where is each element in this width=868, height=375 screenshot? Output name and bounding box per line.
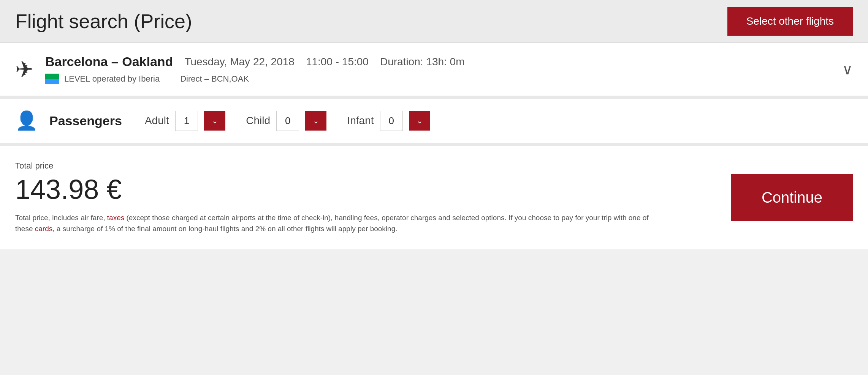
page-header: Flight search (Price) Select other fligh… bbox=[0, 0, 868, 43]
adult-group: Adult 1 ⌄ bbox=[145, 111, 225, 131]
flight-expand-chevron[interactable]: ∨ bbox=[842, 61, 853, 78]
child-dropdown-button[interactable]: ⌄ bbox=[305, 111, 326, 131]
flight-left: ✈ Barcelona – Oakland Tuesday, May 22, 2… bbox=[15, 54, 465, 84]
disclaimer-part3: , a surcharge of 1% of the final amount … bbox=[52, 225, 397, 233]
total-price-label: Total price bbox=[15, 161, 716, 171]
flight-info-section: ✈ Barcelona – Oakland Tuesday, May 22, 2… bbox=[0, 43, 868, 99]
flight-route: Barcelona – Oakland Tuesday, May 22, 201… bbox=[45, 54, 465, 69]
infant-count: 0 bbox=[380, 111, 403, 131]
price-left: Total price 143.98 € Total price, includ… bbox=[15, 161, 716, 234]
continue-button[interactable]: Continue bbox=[731, 174, 853, 221]
infant-dropdown-button[interactable]: ⌄ bbox=[409, 111, 430, 131]
flight-stops: Direct – BCN,OAK bbox=[180, 74, 249, 84]
operator-name: LEVEL operated by Iberia bbox=[64, 74, 160, 84]
flight-details: Barcelona – Oakland Tuesday, May 22, 201… bbox=[45, 54, 465, 84]
flight-route-name: Barcelona – Oakland bbox=[45, 54, 173, 69]
infant-group: Infant 0 ⌄ bbox=[347, 111, 430, 131]
adult-label: Adult bbox=[145, 115, 169, 127]
cards-link[interactable]: cards bbox=[35, 225, 52, 233]
page-title: Flight search (Price) bbox=[15, 10, 192, 33]
infant-label: Infant bbox=[347, 115, 374, 127]
total-price-value: 143.98 € bbox=[15, 174, 716, 205]
flight-time: 11:00 - 15:00 bbox=[306, 56, 369, 68]
plane-icon: ✈ bbox=[15, 58, 34, 80]
passenger-icon: 👤 bbox=[15, 110, 38, 131]
disclaimer-part1: Total price, includes air fare, bbox=[15, 214, 107, 222]
taxes-link[interactable]: taxes bbox=[107, 214, 124, 222]
passengers-label: Passengers bbox=[49, 113, 122, 128]
total-price-section: Total price 143.98 € Total price, includ… bbox=[0, 146, 868, 249]
passengers-section: 👤 Passengers Adult 1 ⌄ Child 0 ⌄ Infant … bbox=[0, 99, 868, 146]
child-group: Child 0 ⌄ bbox=[246, 111, 326, 131]
child-label: Child bbox=[246, 115, 270, 127]
level-logo bbox=[45, 74, 59, 84]
flight-operator: LEVEL operated by Iberia Direct – BCN,OA… bbox=[45, 74, 465, 84]
adult-count: 1 bbox=[175, 111, 198, 131]
price-disclaimer: Total price, includes air fare, taxes (e… bbox=[15, 213, 661, 234]
select-other-flights-button[interactable]: Select other flights bbox=[727, 7, 853, 36]
adult-dropdown-button[interactable]: ⌄ bbox=[204, 111, 225, 131]
flight-duration: Duration: 13h: 0m bbox=[380, 56, 465, 68]
flight-date: Tuesday, May 22, 2018 bbox=[184, 56, 295, 68]
child-count: 0 bbox=[276, 111, 299, 131]
